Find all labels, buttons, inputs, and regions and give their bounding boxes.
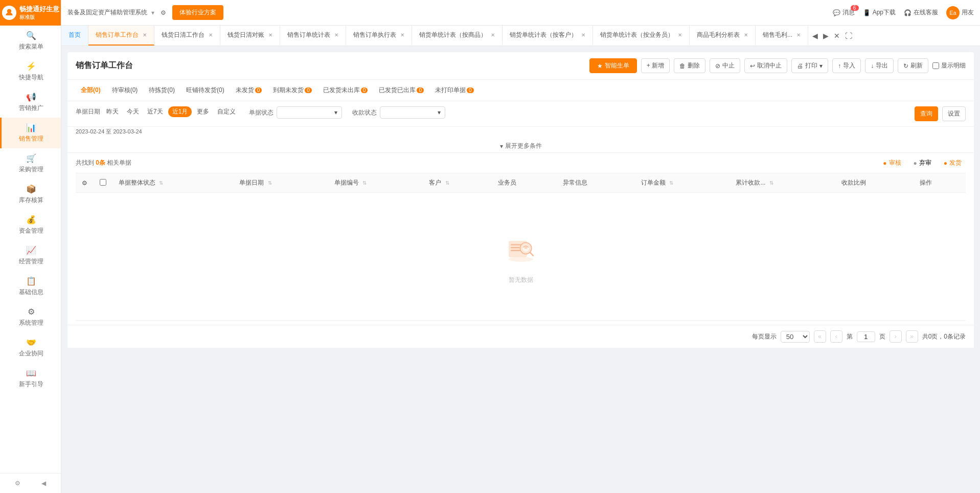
config-icon[interactable]: ⚙ — [82, 180, 87, 187]
filter-tab-all[interactable]: 全部(0) — [76, 84, 106, 97]
prev-page-btn[interactable]: ‹ — [830, 330, 842, 343]
filter-tab-wangpu-pending[interactable]: 旺铺待发货(0) — [181, 84, 230, 97]
tab-close-all-btn[interactable]: ✕ — [832, 30, 842, 42]
filter-tab-overdue[interactable]: 到期未发货0 — [268, 84, 317, 97]
tab-close-btn[interactable]: ✕ — [143, 32, 147, 38]
date-btn-custom[interactable]: 自定义 — [214, 106, 239, 117]
import-label: 导入 — [843, 61, 855, 70]
query-btn[interactable]: 查询 — [915, 106, 938, 121]
tab-sales-order-workspace[interactable]: 销售订单工作台 ✕ — [88, 26, 154, 46]
tab-close-btn[interactable]: ✕ — [268, 32, 272, 38]
user-menu-btn[interactable]: Ea 用友 — [946, 6, 974, 19]
tab-close-btn[interactable]: ✕ — [581, 32, 585, 38]
date-btn-1month[interactable]: 近1月 — [168, 106, 192, 117]
page-size-select[interactable]: 50 10 20 100 — [781, 331, 810, 343]
collection-select[interactable]: ▾ — [380, 106, 445, 119]
th-collected[interactable]: 累计收款... ⇅ — [730, 173, 835, 193]
th-customer[interactable]: 客户 ⇅ — [423, 173, 491, 193]
show-detail-checkbox[interactable]: 显示明细 — [932, 61, 966, 70]
filter-tab-not-printed[interactable]: 未打印单据0 — [430, 84, 479, 97]
sidebar-item-enterprise[interactable]: 🤝 企业协同 — [0, 332, 61, 363]
filter-tab-shipped-out[interactable]: 已发货已出库0 — [374, 84, 429, 97]
sidebar-item-basic-info[interactable]: 📋 基础信息 — [0, 271, 61, 302]
topbar-settings-btn[interactable]: ⚙ — [158, 7, 168, 18]
add-btn[interactable]: + 新增 — [641, 58, 670, 73]
tab-close-btn[interactable]: ✕ — [744, 32, 748, 38]
filter-tab-pending-review[interactable]: 待审核(0) — [107, 84, 143, 97]
import-btn[interactable]: ↑ 导入 — [832, 58, 861, 73]
th-staff[interactable]: 业务员 — [492, 173, 557, 193]
sidebar-item-inventory[interactable]: 📦 库存核算 — [0, 179, 61, 210]
tab-sales-stats-customer[interactable]: 销货单统计表（按客户） ✕ — [503, 26, 593, 46]
tab-next-btn[interactable]: ▶ — [821, 30, 831, 42]
tab-fullscreen-btn[interactable]: ⛶ — [843, 30, 854, 42]
tab-prev-btn[interactable]: ◀ — [810, 30, 820, 42]
filter-tab-not-shipped[interactable]: 未发货0 — [231, 84, 267, 97]
cancel-stop-btn[interactable]: ↩ 取消中止 — [744, 58, 787, 73]
tab-cash-daily[interactable]: 钱货日清工作台 ✕ — [154, 26, 220, 46]
tab-close-btn[interactable]: ✕ — [209, 32, 213, 38]
tab-sales-more[interactable]: 销售毛利... ✕ — [756, 26, 808, 46]
expand-filter-btn[interactable]: ▾ 展开更多条件 — [500, 142, 542, 150]
th-status[interactable]: 单据整体状态 ⇅ — [112, 173, 233, 193]
stop-btn[interactable]: ⊘ 中止 — [710, 58, 740, 73]
th-abnormal[interactable]: 异常信息 — [557, 173, 635, 193]
sidebar-item-guide[interactable]: 📖 新手引导 — [0, 363, 61, 394]
tab-close-btn[interactable]: ✕ — [796, 32, 801, 38]
sidebar-item-purchase[interactable]: 🛒 采购管理 — [0, 148, 61, 179]
date-btn-more[interactable]: 更多 — [194, 106, 212, 117]
tab-close-btn[interactable]: ✕ — [334, 32, 338, 38]
first-page-btn[interactable]: « — [814, 330, 826, 343]
star-icon: ★ — [597, 62, 603, 70]
message-btn[interactable]: 💬 消息 6 — [833, 8, 855, 17]
th-number[interactable]: 单据编号 ⇅ — [328, 173, 423, 193]
status-select[interactable]: ▾ — [277, 106, 342, 119]
date-btn-yesterday[interactable]: 昨天 — [103, 106, 122, 117]
industry-solution-btn[interactable]: 体验行业方案 — [172, 5, 223, 20]
tab-sales-stats-product[interactable]: 销货单统计表（按商品） ✕ — [412, 26, 503, 46]
sidebar-item-search[interactable]: 🔍 搜索菜单 — [0, 26, 61, 56]
tab-sales-order-exec[interactable]: 销售订单执行表 ✕ — [346, 26, 412, 46]
sidebar-item-system[interactable]: ⚙ 系统管理 — [0, 302, 61, 332]
filter-tab-shipped-not-out[interactable]: 已发货未出库0 — [318, 84, 373, 97]
print-btn[interactable]: 🖨 打印 ▾ — [791, 58, 828, 73]
export-btn[interactable]: ↓ 导出 — [865, 58, 894, 73]
select-all-checkbox[interactable] — [100, 179, 106, 186]
collapse-btn[interactable]: ◀ — [39, 478, 48, 489]
date-btn-today[interactable]: 今天 — [124, 106, 142, 117]
settings-filter-btn[interactable]: 设置 — [942, 106, 966, 121]
smart-generate-btn[interactable]: ★ 智能生单 — [589, 58, 637, 73]
app-download-btn[interactable]: 📱 App下载 — [863, 8, 896, 17]
online-service-btn[interactable]: 🎧 在线客服 — [904, 8, 938, 17]
next-page-btn[interactable]: › — [890, 330, 902, 343]
tab-sales-order-stats[interactable]: 销售订单统计表 ✕ — [280, 26, 346, 46]
tab-goods-margin[interactable]: 商品毛利分析表 ✕ — [690, 26, 756, 46]
cancel-review-meta-btn[interactable]: ● 弃审 — [909, 157, 936, 169]
ship-meta-btn[interactable]: ● 发货 — [940, 157, 966, 169]
settings-bottom-btn[interactable]: ⚙ — [13, 478, 22, 489]
refresh-btn[interactable]: ↻ 刷新 — [898, 58, 928, 73]
empty-state: 暂无数据 — [82, 198, 960, 315]
sidebar-item-quick-nav[interactable]: ⚡ 快捷导航 — [0, 56, 61, 87]
date-btn-7days[interactable]: 近7天 — [144, 106, 166, 117]
tab-close-btn[interactable]: ✕ — [491, 32, 495, 38]
page-number-input[interactable] — [857, 331, 875, 342]
tab-close-btn[interactable]: ✕ — [400, 32, 404, 38]
show-detail-input[interactable] — [932, 62, 939, 69]
last-page-btn[interactable]: » — [906, 330, 918, 343]
table-scroll-area[interactable]: ⚙ 单据整体状态 ⇅ 单据日期 ⇅ — [67, 173, 974, 325]
sidebar-item-sales[interactable]: 📊 销售管理 — [0, 118, 61, 148]
expand-icon: ▾ — [500, 143, 503, 150]
tab-sales-stats-staff[interactable]: 销货单统计表（按业务员） ✕ — [593, 26, 690, 46]
sidebar-item-operations[interactable]: 📈 经营管理 — [0, 240, 61, 271]
sidebar-item-finance[interactable]: 💰 资金管理 — [0, 210, 61, 240]
review-meta-btn[interactable]: ● 审核 — [879, 157, 905, 169]
tab-home[interactable]: 首页 — [61, 26, 88, 46]
delete-btn[interactable]: 🗑 删除 — [674, 58, 705, 73]
filter-tab-pending-pickup[interactable]: 待拣货(0) — [144, 84, 180, 97]
sidebar-item-marketing[interactable]: 📢 营销推广 — [0, 87, 61, 118]
th-amount[interactable]: 订单金额 ⇅ — [635, 173, 730, 193]
th-date[interactable]: 单据日期 ⇅ — [233, 173, 328, 193]
tab-close-btn[interactable]: ✕ — [678, 32, 682, 38]
tab-cash-reconcile[interactable]: 钱货日清对账 ✕ — [220, 26, 280, 46]
